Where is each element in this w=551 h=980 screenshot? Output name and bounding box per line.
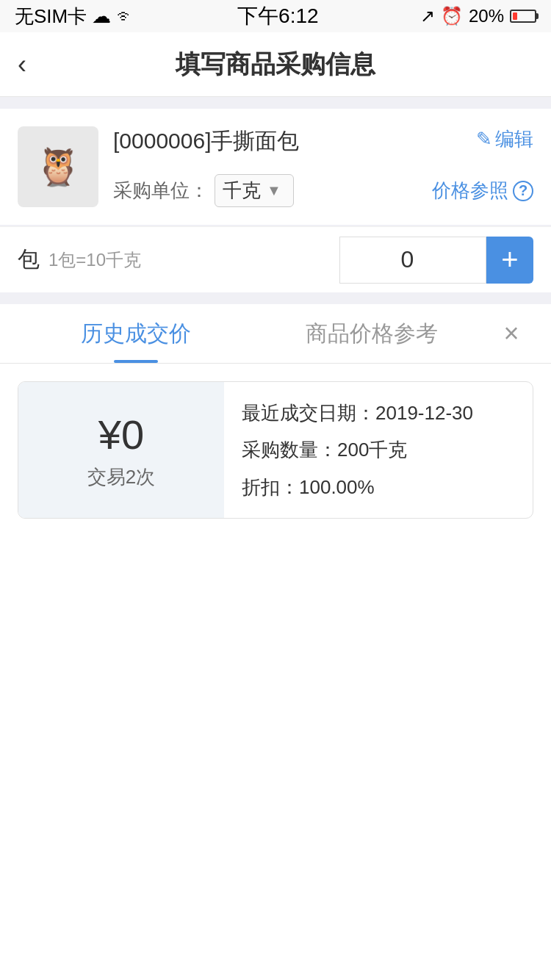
- product-header: [0000006]手撕面包 ✎ 编辑: [113, 126, 533, 156]
- product-unit-row: 采购单位： 千克 ▼ 价格参照 ?: [113, 174, 533, 207]
- status-right: ↗ ⏰ 20%: [420, 6, 536, 26]
- unit-conversion: 1包=10千克: [48, 248, 141, 272]
- tab-active-indicator: [114, 360, 158, 363]
- status-bar: 无SIM卡 ☁ ᯤ 下午6:12 ↗ ⏰ 20%: [0, 0, 551, 32]
- tab-history-price[interactable]: 历史成交价: [18, 304, 253, 363]
- discount-value: 100.00%: [299, 476, 375, 498]
- tab-content: ¥0 交易2次 最近成交日期：2019-12-30 采购数量：200千克 折扣：…: [0, 364, 551, 536]
- quantity-section: 包 1包=10千克 +: [0, 226, 551, 292]
- unit-value: 千克: [223, 178, 261, 203]
- dropdown-arrow-icon: ▼: [267, 182, 281, 199]
- tabs-container: 历史成交价 商品价格参考 × ¥0 交易2次 最近成交日期：2019-12-30…: [0, 304, 551, 536]
- help-icon: ?: [513, 181, 533, 201]
- unit-badge: 包: [18, 245, 40, 275]
- price-ref-button[interactable]: 价格参照 ?: [432, 178, 533, 203]
- quantity-plus-button[interactable]: +: [486, 237, 533, 284]
- purchase-quantity-row: 采购数量：200千克: [242, 436, 515, 463]
- price-ref-label: 价格参照: [432, 178, 508, 203]
- tabs-header: 历史成交价 商品价格参考 ×: [0, 304, 551, 364]
- product-card: 🦉 [0000006]手撕面包 ✎ 编辑 采购单位： 千克 ▼ 价格参照 ?: [0, 109, 551, 225]
- price-history-card: ¥0 交易2次 最近成交日期：2019-12-30 采购数量：200千克 折扣：…: [18, 381, 533, 519]
- discount-label: 折扣：: [242, 476, 299, 498]
- purchase-quantity-value: 200千克: [337, 439, 407, 461]
- battery-percent: 20%: [469, 6, 504, 26]
- recent-date-row: 最近成交日期：2019-12-30: [242, 400, 515, 426]
- tab-price-reference[interactable]: 商品价格参考: [253, 304, 489, 363]
- recent-date-value: 2019-12-30: [375, 402, 473, 424]
- product-info: [0000006]手撕面包 ✎ 编辑 采购单位： 千克 ▼ 价格参照 ?: [113, 126, 533, 207]
- battery-icon: [510, 10, 536, 23]
- tab-price-ref-label: 商品价格参考: [306, 319, 438, 349]
- price-history-right: 最近成交日期：2019-12-30 采购数量：200千克 折扣：100.00%: [224, 382, 533, 518]
- discount-row: 折扣：100.00%: [242, 474, 515, 500]
- quantity-input[interactable]: [339, 237, 486, 284]
- tab-history-label: 历史成交价: [81, 319, 191, 349]
- nav-bar: ‹ 填写商品采购信息: [0, 32, 551, 97]
- status-time: 下午6:12: [237, 2, 319, 30]
- product-thumbnail: 🦉: [18, 126, 98, 207]
- product-image: 🦉: [35, 145, 81, 188]
- price-history-left: ¥0 交易2次: [18, 382, 224, 518]
- price-transactions: 交易2次: [87, 464, 155, 490]
- product-name: [0000006]手撕面包: [113, 126, 476, 156]
- tabs-close-button[interactable]: ×: [489, 304, 533, 363]
- unit-select[interactable]: 千克 ▼: [215, 174, 294, 207]
- edit-icon: ✎: [476, 128, 492, 151]
- recent-date-label: 最近成交日期：: [242, 402, 375, 424]
- alarm-icon: ⏰: [441, 6, 463, 26]
- edit-button[interactable]: ✎ 编辑: [476, 126, 533, 152]
- edit-label: 编辑: [495, 126, 533, 152]
- unit-selector-group: 采购单位： 千克 ▼: [113, 174, 294, 207]
- carrier-text: 无SIM卡 ☁ ᯤ: [15, 4, 136, 29]
- quantity-unit-info: 包 1包=10千克: [18, 245, 141, 275]
- main-content-area: [0, 536, 551, 980]
- price-amount: ¥0: [98, 411, 144, 458]
- back-button[interactable]: ‹: [18, 49, 26, 80]
- unit-label: 采购单位：: [113, 178, 209, 203]
- page-title: 填写商品采购信息: [176, 48, 375, 82]
- purchase-quantity-label: 采购数量：: [242, 439, 337, 461]
- location-icon: ↗: [420, 6, 435, 26]
- status-left: 无SIM卡 ☁ ᯤ: [15, 4, 136, 29]
- quantity-controls: +: [339, 237, 533, 284]
